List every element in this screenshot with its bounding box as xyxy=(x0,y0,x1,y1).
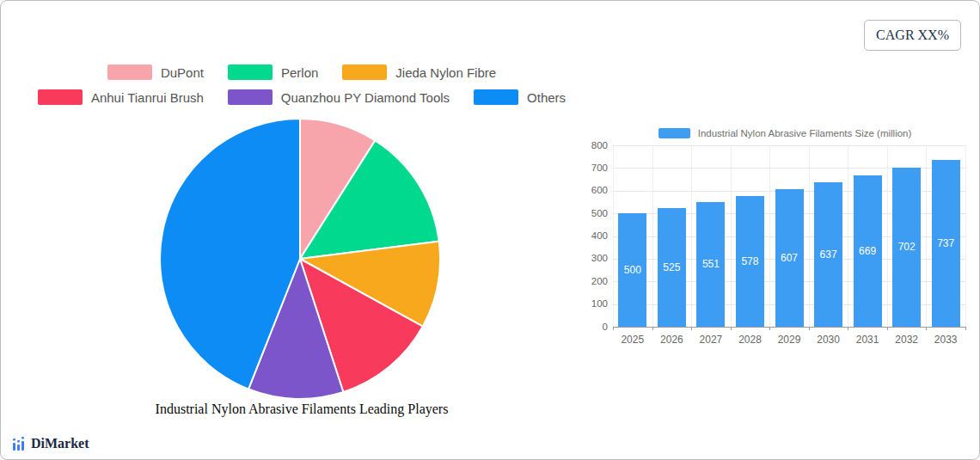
legend-item-perlon[interactable]: Perlon xyxy=(228,64,318,80)
bar-2025[interactable]: 500 xyxy=(618,213,646,327)
bar-legend-swatch-icon xyxy=(658,128,690,138)
legend-swatch-icon xyxy=(342,64,387,80)
cagr-badge: CAGR XX% xyxy=(864,20,961,51)
legend-item-others[interactable]: Others xyxy=(474,89,566,105)
bar-value-label: 525 xyxy=(658,261,686,273)
x-axis-label: 2025 xyxy=(613,334,652,346)
bar-2033[interactable]: 737 xyxy=(932,160,960,327)
y-axis-label: 500 xyxy=(579,208,608,218)
x-axis-label: 2033 xyxy=(926,334,965,346)
y-axis-label: 800 xyxy=(579,140,608,150)
legend-item-dupont[interactable]: DuPont xyxy=(107,64,204,80)
bar-2026[interactable]: 525 xyxy=(658,208,686,328)
y-axis-label: 700 xyxy=(579,163,608,173)
bar-2030[interactable]: 637 xyxy=(814,182,842,327)
y-axis-label: 200 xyxy=(579,276,608,286)
legend-item-anhui-tianrui-brush[interactable]: Anhui Tianrui Brush xyxy=(38,89,204,105)
legend-swatch-icon xyxy=(228,64,273,80)
gridline-vertical xyxy=(965,145,966,327)
x-axis-label: 2026 xyxy=(652,334,692,346)
y-axis-label: 300 xyxy=(579,253,608,263)
bar-legend[interactable]: Industrial Nylon Abrasive Filaments Size… xyxy=(594,127,976,139)
bar-2028[interactable]: 578 xyxy=(736,196,764,327)
x-axis-label: 2032 xyxy=(887,334,927,346)
pie-svg xyxy=(156,115,444,402)
bar-value-label: 737 xyxy=(932,237,960,249)
x-axis-tick xyxy=(965,327,966,330)
pie-legend: DuPontPerlonJieda Nylon FibreAnhui Tianr… xyxy=(1,64,603,105)
legend-label: Quanzhou PY Diamond Tools xyxy=(281,90,450,105)
legend-row: Anhui Tianrui BrushQuanzhou PY Diamond T… xyxy=(1,89,603,105)
bar-2029[interactable]: 607 xyxy=(775,189,804,327)
legend-row: DuPontPerlonJieda Nylon Fibre xyxy=(1,64,603,80)
legend-label: DuPont xyxy=(161,65,204,80)
bar-value-label: 669 xyxy=(854,245,882,257)
pie-chart-title: Industrial Nylon Abrasive Filaments Lead… xyxy=(1,402,603,417)
bar-value-label: 702 xyxy=(892,241,921,253)
bar-value-label: 500 xyxy=(618,264,646,276)
y-axis-label: 100 xyxy=(579,298,608,309)
x-axis-line xyxy=(613,327,965,328)
x-axis-label: 2031 xyxy=(848,334,887,346)
bar-legend-label: Industrial Nylon Abrasive Filaments Size… xyxy=(698,128,912,138)
brand-logo: DiMarket xyxy=(12,436,89,451)
bar-value-label: 551 xyxy=(696,258,725,270)
y-axis-label: 0 xyxy=(579,322,608,332)
bar-plot-area: 0100200300400500600700800500202552520265… xyxy=(613,145,965,327)
bar-chart-icon xyxy=(12,437,27,451)
y-axis-label: 400 xyxy=(579,230,608,241)
legend-swatch-icon xyxy=(228,89,273,105)
report-card: CAGR XX% DuPontPerlonJieda Nylon FibreAn… xyxy=(0,0,980,460)
x-axis-label: 2027 xyxy=(691,334,731,346)
x-axis-label: 2028 xyxy=(731,334,770,346)
bar-value-label: 607 xyxy=(775,252,804,264)
legend-item-jieda-nylon-fibre[interactable]: Jieda Nylon Fibre xyxy=(342,64,496,80)
legend-label: Anhui Tianrui Brush xyxy=(91,90,204,105)
pie-chart xyxy=(156,115,444,402)
bar-2032[interactable]: 702 xyxy=(892,168,921,327)
legend-swatch-icon xyxy=(474,89,518,105)
x-axis-label: 2029 xyxy=(769,334,809,346)
bar-2027[interactable]: 551 xyxy=(696,202,725,327)
y-axis-label: 600 xyxy=(579,185,608,195)
legend-item-quanzhou-py-diamond-tools[interactable]: Quanzhou PY Diamond Tools xyxy=(228,89,450,105)
legend-label: Jieda Nylon Fibre xyxy=(395,65,496,80)
legend-label: Others xyxy=(527,90,566,105)
brand-name: DiMarket xyxy=(31,436,89,451)
bar-2031[interactable]: 669 xyxy=(854,175,882,327)
legend-swatch-icon xyxy=(38,89,83,105)
legend-swatch-icon xyxy=(107,64,152,80)
gridline-horizontal xyxy=(613,145,965,146)
legend-label: Perlon xyxy=(281,65,318,80)
bar-value-label: 637 xyxy=(814,248,842,261)
bar-value-label: 578 xyxy=(736,255,764,267)
x-axis-label: 2030 xyxy=(809,334,848,346)
bar-chart: Industrial Nylon Abrasive Filaments Size… xyxy=(594,127,976,364)
